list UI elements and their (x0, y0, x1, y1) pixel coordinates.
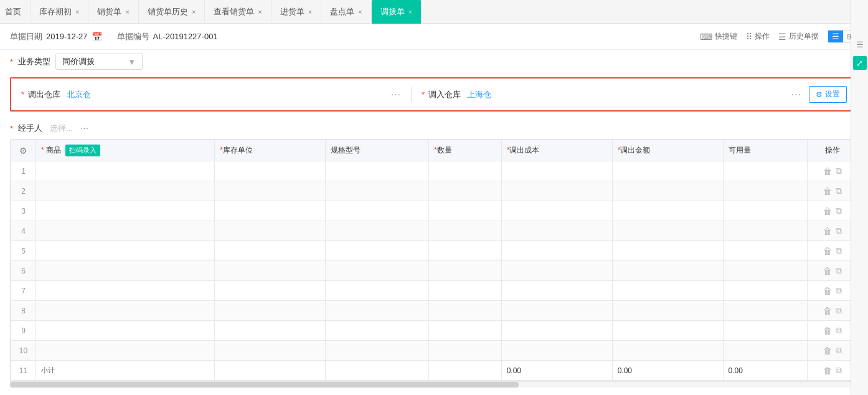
available-cell[interactable] (723, 221, 807, 241)
unit-cell[interactable] (215, 341, 326, 361)
delete-icon[interactable]: 🗑 (823, 246, 832, 256)
out-amount-cell[interactable] (612, 341, 723, 361)
out-amount-cell[interactable] (612, 261, 723, 281)
unit-cell[interactable] (215, 201, 326, 221)
unit-cell[interactable] (215, 181, 326, 201)
available-cell[interactable] (723, 301, 807, 321)
tab-sales-order[interactable]: 销货单 × (88, 0, 138, 24)
unit-cell[interactable] (215, 301, 326, 321)
available-cell[interactable] (723, 181, 807, 201)
out-cost-cell[interactable] (501, 321, 612, 341)
horizontal-scrollbar[interactable] (10, 381, 858, 388)
qty-cell[interactable] (429, 221, 502, 241)
tab-close-icon[interactable]: × (358, 8, 362, 16)
delete-icon[interactable]: 🗑 (823, 286, 832, 296)
delete-icon[interactable]: 🗑 (823, 226, 832, 236)
out-amount-cell[interactable] (612, 241, 723, 261)
product-cell[interactable] (36, 161, 215, 181)
out-cost-cell[interactable] (501, 261, 612, 281)
delete-icon[interactable]: 🗑 (823, 206, 832, 216)
sidebar-expand-icon[interactable]: ⤢ (853, 56, 867, 70)
copy-icon[interactable]: ⧉ (836, 325, 842, 336)
out-cost-cell[interactable] (501, 341, 612, 361)
operations-button[interactable]: ⠿ 操作 (746, 31, 770, 42)
unit-cell[interactable] (215, 161, 326, 181)
spec-cell[interactable] (325, 201, 428, 221)
sidebar-list-icon[interactable]: ☰ (853, 37, 867, 51)
scan-button[interactable]: 扫码录入 (65, 145, 100, 156)
qty-cell[interactable] (429, 201, 502, 221)
spec-cell[interactable] (325, 321, 428, 341)
view-list-icon[interactable]: ☰ (828, 31, 843, 42)
product-cell[interactable] (36, 221, 215, 241)
copy-icon[interactable]: ⧉ (836, 265, 842, 276)
product-cell[interactable] (36, 261, 215, 281)
product-cell[interactable] (36, 241, 215, 261)
tab-close-icon-active[interactable]: × (408, 8, 412, 16)
out-amount-cell[interactable] (612, 321, 723, 341)
qty-cell[interactable] (429, 161, 502, 181)
calendar-icon[interactable]: 📅 (92, 32, 102, 42)
product-cell[interactable] (36, 281, 215, 301)
tab-home[interactable]: 首页 (5, 0, 31, 24)
copy-icon[interactable]: ⧉ (836, 285, 842, 296)
delete-icon[interactable]: 🗑 (823, 346, 832, 356)
warehouse-settings-button[interactable]: ⚙ 设置 (809, 86, 847, 103)
spec-cell[interactable] (325, 181, 428, 201)
spec-cell[interactable] (325, 221, 428, 241)
unit-cell[interactable] (215, 221, 326, 241)
out-amount-cell[interactable] (612, 181, 723, 201)
available-cell[interactable] (723, 341, 807, 361)
out-cost-cell[interactable] (501, 161, 612, 181)
available-cell[interactable] (723, 321, 807, 341)
tab-view-sales[interactable]: 查看销货单 × (205, 0, 271, 24)
out-amount-cell[interactable] (612, 281, 723, 301)
out-cost-cell[interactable] (501, 221, 612, 241)
qty-cell[interactable] (429, 281, 502, 301)
out-amount-cell[interactable] (612, 221, 723, 241)
qty-cell[interactable] (429, 181, 502, 201)
qty-cell[interactable] (429, 341, 502, 361)
out-warehouse-dots[interactable]: ··· (391, 89, 401, 100)
copy-icon[interactable]: ⧉ (836, 345, 842, 356)
out-amount-cell[interactable] (612, 201, 723, 221)
tab-close-icon[interactable]: × (75, 8, 79, 16)
history-button[interactable]: ☰ 历史单据 (778, 31, 819, 42)
scrollbar-thumb[interactable] (10, 382, 519, 388)
spec-cell[interactable] (325, 301, 428, 321)
qty-cell[interactable] (429, 301, 502, 321)
copy-icon[interactable]: ⧉ (836, 226, 842, 236)
copy-icon[interactable]: ⧉ (836, 305, 842, 316)
out-cost-cell[interactable] (501, 301, 612, 321)
tab-transfer-order[interactable]: 调拨单 × (372, 0, 422, 24)
copy-icon[interactable]: ⧉ (836, 206, 842, 216)
delete-icon[interactable]: 🗑 (823, 326, 832, 336)
out-cost-cell[interactable] (501, 201, 612, 221)
tab-inventory-init[interactable]: 库存期初 × (31, 0, 88, 24)
available-cell[interactable] (723, 201, 807, 221)
copy-icon[interactable]: ⧉ (836, 186, 842, 196)
out-amount-cell[interactable] (612, 161, 723, 181)
handler-picker[interactable]: 选择... (50, 123, 73, 134)
product-cell[interactable] (36, 341, 215, 361)
product-cell[interactable] (36, 301, 215, 321)
copy-icon[interactable]: ⧉ (836, 166, 842, 176)
handler-dots[interactable]: ··· (80, 123, 88, 134)
unit-cell[interactable] (215, 281, 326, 301)
available-cell[interactable] (723, 161, 807, 181)
delete-icon[interactable]: 🗑 (823, 266, 832, 276)
unit-cell[interactable] (215, 241, 326, 261)
settings-col-header[interactable]: ⚙ (11, 140, 36, 161)
spec-cell[interactable] (325, 161, 428, 181)
tab-close-icon[interactable]: × (125, 8, 129, 16)
delete-icon[interactable]: 🗑 (823, 186, 832, 196)
copy-icon[interactable]: ⧉ (836, 365, 842, 376)
business-type-selector[interactable]: 同价调拨 ▼ (55, 54, 143, 70)
tab-close-icon[interactable]: × (308, 8, 312, 16)
delete-icon[interactable]: 🗑 (823, 166, 832, 176)
available-cell[interactable] (723, 241, 807, 261)
out-cost-cell[interactable] (501, 241, 612, 261)
delete-icon[interactable]: 🗑 (823, 366, 832, 376)
available-cell[interactable] (723, 281, 807, 301)
in-warehouse-dots[interactable]: ··· (791, 89, 801, 100)
